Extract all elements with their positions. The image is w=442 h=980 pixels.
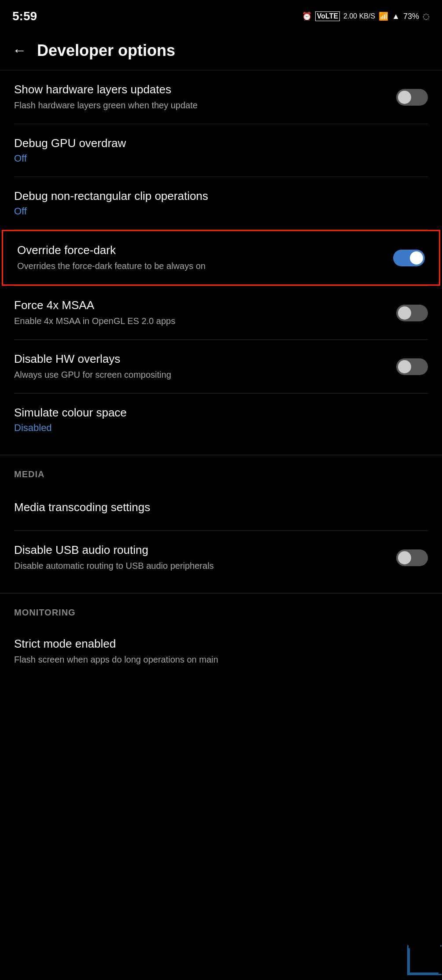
toggle-override-force-dark[interactable] xyxy=(393,250,425,266)
setting-title: Override force-dark xyxy=(17,243,384,257)
setting-media-transcoding[interactable]: Media transcoding settings xyxy=(0,486,442,531)
status-time: 5:59 xyxy=(12,9,37,23)
alarm-icon: ⏰ xyxy=(302,11,312,21)
toggle-force-4x-msaa[interactable] xyxy=(396,305,428,321)
page-header: ← Developer options xyxy=(0,31,442,70)
status-icons: ⏰ VoLTE 2.00 KB/S 📶 ▲ 73% ◌ xyxy=(302,11,430,21)
setting-subtitle: Always use GPU for screen compositing xyxy=(14,368,387,381)
signal-icon: ▲ xyxy=(392,12,400,21)
settings-list: Show hardware layers updates Flash hardw… xyxy=(0,70,442,678)
setting-title: Strict mode enabled xyxy=(14,637,419,651)
setting-debug-gpu-overdraw[interactable]: Debug GPU overdraw Off xyxy=(0,124,442,177)
setting-subtitle: Disable automatic routing to USB audio p… xyxy=(14,560,387,572)
toggle-disable-usb-audio[interactable] xyxy=(396,549,428,566)
network-speed: 2.00 KB/S xyxy=(343,12,375,20)
section-header-media: MEDIA xyxy=(0,455,442,486)
battery-icon: ◌ xyxy=(423,11,430,21)
setting-force-4x-msaa[interactable]: Force 4x MSAA Enable 4x MSAA in OpenGL E… xyxy=(0,286,442,339)
section-label-monitoring: MONITORING xyxy=(14,608,76,617)
watermark xyxy=(407,945,442,976)
setting-strict-mode[interactable]: Strict mode enabled Flash screen when ap… xyxy=(0,625,442,678)
setting-debug-non-rect[interactable]: Debug non-rectangular clip operations Of… xyxy=(0,177,442,229)
setting-title: Force 4x MSAA xyxy=(14,298,387,312)
setting-title: Simulate colour space xyxy=(14,406,419,420)
setting-value: Off xyxy=(14,153,419,164)
setting-disable-hw-overlays[interactable]: Disable HW overlays Always use GPU for s… xyxy=(0,340,442,393)
wifi-icon: 📶 xyxy=(379,11,388,21)
watermark-icon xyxy=(407,945,442,976)
setting-title: Disable USB audio routing xyxy=(14,543,387,557)
setting-subtitle: Flash hardware layers green when they up… xyxy=(14,99,387,111)
setting-title: Debug non-rectangular clip operations xyxy=(14,189,419,203)
setting-title: Show hardware layers updates xyxy=(14,83,387,96)
setting-value: Disabled xyxy=(14,422,419,434)
setting-subtitle: Overrides the force-dark feature to be a… xyxy=(17,260,384,272)
setting-subtitle: Enable 4x MSAA in OpenGL ES 2.0 apps xyxy=(14,315,387,327)
setting-show-hardware-layers[interactable]: Show hardware layers updates Flash hardw… xyxy=(0,70,442,124)
volte-icon: VoLTE xyxy=(315,11,340,21)
setting-title: Media transcoding settings xyxy=(14,501,419,514)
toggle-show-hardware-layers[interactable] xyxy=(396,89,428,106)
section-label-media: MEDIA xyxy=(14,469,44,479)
toggle-disable-hw-overlays[interactable] xyxy=(396,358,428,375)
battery-percentage: 73% xyxy=(403,12,419,21)
page-title: Developer options xyxy=(37,41,175,60)
setting-disable-usb-audio[interactable]: Disable USB audio routing Disable automa… xyxy=(0,531,442,584)
back-button[interactable]: ← xyxy=(12,42,26,59)
status-bar: 5:59 ⏰ VoLTE 2.00 KB/S 📶 ▲ 73% ◌ xyxy=(0,0,442,31)
setting-title: Debug GPU overdraw xyxy=(14,136,419,150)
setting-simulate-colour-space[interactable]: Simulate colour space Disabled xyxy=(0,394,442,446)
setting-override-force-dark[interactable]: Override force-dark Overrides the force-… xyxy=(2,230,440,286)
setting-value: Off xyxy=(14,206,419,217)
svg-rect-0 xyxy=(409,947,440,974)
setting-subtitle: Flash screen when apps do long operation… xyxy=(14,653,419,666)
section-header-monitoring: MONITORING xyxy=(0,593,442,625)
setting-title: Disable HW overlays xyxy=(14,352,387,366)
